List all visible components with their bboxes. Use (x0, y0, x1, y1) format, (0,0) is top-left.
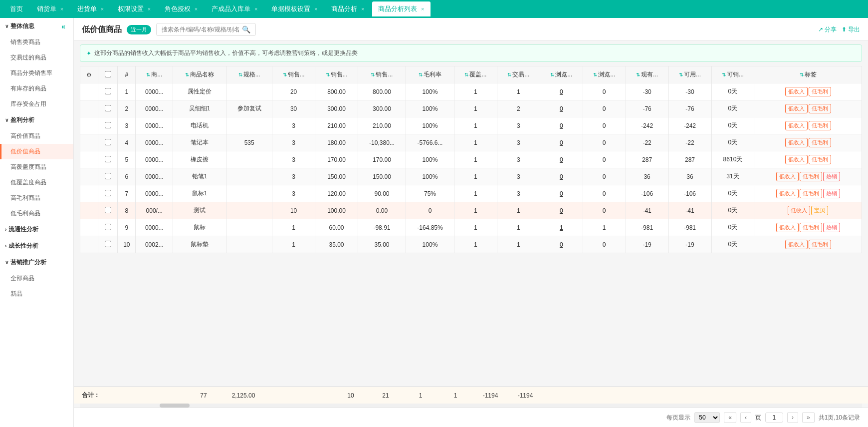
row-checkbox[interactable] (105, 241, 111, 247)
cell-view1[interactable]: 0 (540, 83, 583, 100)
sidebar-group-growth[interactable]: › 成长性分析 (0, 238, 73, 254)
view-link[interactable]: 0 (560, 173, 563, 180)
row-checkbox[interactable] (105, 224, 111, 230)
col-spec[interactable]: ⇅规格... (226, 66, 272, 83)
sidebar-group-overall[interactable]: ∨ 整体信息 « (0, 18, 73, 34)
sidebar-item-low-value[interactable]: 低价值商品 (0, 144, 73, 159)
sidebar-item-new-goods[interactable]: 新品 (0, 286, 73, 302)
nav-roles[interactable]: 角色授权 × (159, 1, 204, 16)
sidebar-item-traded-goods[interactable]: 交易过的商品 (0, 50, 73, 65)
sidebar-item-all-goods[interactable]: 全部商品 (0, 271, 73, 286)
row-checkbox[interactable] (105, 207, 111, 213)
col-code[interactable]: ⇅商... (136, 66, 173, 83)
col-tags[interactable]: ⇅标签 (754, 66, 862, 83)
cell-checkbox[interactable] (98, 202, 118, 219)
col-coverage[interactable]: ⇅覆盖... (454, 66, 497, 83)
cell-view1[interactable]: 1 (540, 219, 583, 236)
col-checkbox-all[interactable] (98, 66, 118, 83)
col-sales-price[interactable]: ⇅销售... (315, 66, 358, 83)
horizontal-scrollbar[interactable] (80, 404, 862, 408)
cell-checkbox[interactable] (98, 168, 118, 185)
cell-view1[interactable]: 0 (540, 185, 583, 202)
view-link[interactable]: 0 (560, 122, 563, 129)
time-tag[interactable]: 近一月 (127, 25, 151, 34)
col-sales-amount[interactable]: ⇅销售... (358, 66, 406, 83)
nav-purchase[interactable]: 进货单 × (71, 1, 110, 16)
page-number-input[interactable] (765, 413, 783, 423)
col-view2[interactable]: ⇅浏览... (583, 66, 626, 83)
cell-view1[interactable]: 0 (540, 117, 583, 134)
nav-sales[interactable]: 销货单 × (31, 1, 69, 16)
sidebar-item-stock-funds[interactable]: 库存资金占用 (0, 96, 73, 112)
cell-view1[interactable]: 0 (540, 168, 583, 185)
view-link[interactable]: 0 (560, 241, 563, 248)
cell-view1[interactable]: 0 (540, 134, 583, 151)
share-button[interactable]: ↗ 分享 (818, 25, 837, 34)
close-icon[interactable]: × (254, 6, 257, 12)
cell-checkbox[interactable] (98, 117, 118, 134)
sidebar-item-sales-goods[interactable]: 销售类商品 (0, 34, 73, 50)
nav-home[interactable]: 首页 (4, 1, 29, 16)
cell-view1[interactable]: 0 (540, 236, 583, 253)
sidebar-item-category-rate[interactable]: 商品分类销售率 (0, 65, 73, 81)
nav-permissions[interactable]: 权限设置 × (112, 1, 157, 16)
nav-product-in[interactable]: 产成品入库单 × (206, 1, 263, 16)
close-icon[interactable]: × (421, 6, 424, 12)
close-icon[interactable]: × (314, 6, 317, 12)
cell-view1[interactable]: 0 (540, 151, 583, 168)
col-available[interactable]: ⇅可用... (668, 66, 711, 83)
col-sellable[interactable]: ⇅可销... (711, 66, 754, 83)
next-page-button[interactable]: › (787, 412, 798, 423)
col-sales-qty[interactable]: ⇅销售... (272, 66, 315, 83)
cell-checkbox[interactable] (98, 185, 118, 202)
row-checkbox[interactable] (105, 190, 111, 196)
sidebar-item-low-profit[interactable]: 低毛利商品 (0, 206, 73, 221)
col-gross-rate[interactable]: ⇅毛利率 (406, 66, 454, 83)
sidebar-item-high-profit[interactable]: 高毛利商品 (0, 190, 73, 206)
row-checkbox[interactable] (105, 122, 111, 128)
scrollbar-thumb[interactable] (160, 404, 190, 408)
sidebar-group-marketing[interactable]: ∨ 营销推广分析 (0, 254, 73, 271)
page-size-select[interactable]: 50 100 200 (694, 412, 720, 423)
last-page-button[interactable]: » (802, 412, 815, 423)
collapse-button[interactable]: « (61, 22, 65, 30)
row-checkbox[interactable] (105, 105, 111, 111)
first-page-button[interactable]: « (724, 412, 736, 423)
sidebar-group-circulation[interactable]: › 流通性分析 (0, 221, 73, 238)
nav-product-analysis-list[interactable]: 商品分析列表 × (372, 1, 430, 16)
col-view1[interactable]: ⇅浏览... (540, 66, 583, 83)
view-link[interactable]: 0 (560, 207, 563, 214)
sidebar-group-profit[interactable]: ∨ 盈利分析 (0, 112, 73, 128)
close-icon[interactable]: × (60, 6, 63, 12)
sidebar-item-stock-goods[interactable]: 有库存的商品 (0, 81, 73, 96)
row-checkbox[interactable] (105, 88, 111, 94)
view-link[interactable]: 0 (560, 105, 563, 112)
cell-checkbox[interactable] (98, 83, 118, 100)
view-link[interactable]: 0 (560, 139, 563, 146)
row-checkbox[interactable] (105, 173, 111, 179)
sidebar-item-high-coverage[interactable]: 高覆盖度商品 (0, 159, 73, 175)
export-button[interactable]: ⬆ 导出 (842, 25, 860, 34)
view-link[interactable]: 0 (560, 88, 563, 95)
search-box[interactable]: 🔍 (156, 23, 256, 36)
row-checkbox[interactable] (105, 139, 111, 145)
view-link[interactable]: 1 (560, 224, 563, 231)
cell-view1[interactable]: 0 (540, 100, 583, 117)
close-icon[interactable]: × (195, 6, 198, 12)
col-stock-now[interactable]: ⇅现有... (626, 66, 668, 83)
prev-page-button[interactable]: ‹ (740, 412, 751, 423)
row-checkbox[interactable] (105, 156, 111, 162)
view-link[interactable]: 0 (560, 156, 563, 163)
sidebar-item-high-value[interactable]: 高价值商品 (0, 128, 73, 144)
close-icon[interactable]: × (101, 6, 104, 12)
search-input[interactable] (162, 26, 239, 33)
nav-product-analysis[interactable]: 商品分析 × (325, 1, 370, 16)
close-icon[interactable]: × (148, 6, 151, 12)
close-icon[interactable]: × (361, 6, 364, 12)
cell-view1[interactable]: 0 (540, 202, 583, 219)
col-trade[interactable]: ⇅交易... (497, 66, 540, 83)
cell-checkbox[interactable] (98, 100, 118, 117)
cell-checkbox[interactable] (98, 236, 118, 253)
select-all-checkbox[interactable] (105, 71, 111, 77)
col-gear[interactable]: ⚙ (80, 66, 98, 83)
